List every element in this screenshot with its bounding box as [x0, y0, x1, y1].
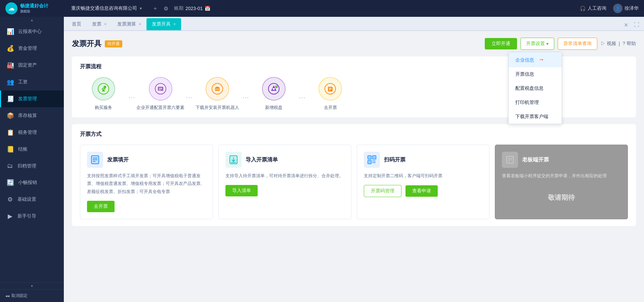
tab-fapiao[interactable]: 发票 ×	[87, 18, 112, 30]
svg-point-11	[216, 89, 217, 90]
company-area[interactable]: 重庆畅捷交通信息咨询有限公司 ▾	[66, 5, 147, 11]
flow-arrow-3: ···	[242, 86, 249, 102]
main-layout: ▲ 📊 云报表中心 💰 资金管理 🏭 固定资产 👥 工资 🧾 发票管理 📦 库存…	[0, 17, 644, 302]
dropdown-item-company-info[interactable]: 企业信息 →	[509, 52, 562, 67]
sidebar-item-guding[interactable]: 🏭 固定资产	[0, 57, 64, 74]
flow-arrow-2: ···	[186, 86, 192, 102]
settings-button[interactable]: 开票设置 ▾	[520, 38, 554, 50]
sidebar-item-jiezhang[interactable]: 📒 结账	[0, 141, 64, 158]
dropdown-item-download-client[interactable]: 下载开票客户端	[509, 110, 562, 124]
import-list-button[interactable]: 导入清单	[225, 185, 258, 196]
help-button[interactable]: ? 帮助	[622, 41, 636, 47]
method-card-import: 导入开票清单 支持导入待开票清单，可对待开票清单进行拆分、合并处理。 导入清单	[218, 145, 351, 219]
tab-home[interactable]: 首页	[67, 18, 87, 30]
download-icon	[211, 83, 223, 95]
boss-overlay-text: 敬请期待	[502, 193, 621, 202]
user-area: 👤 徐泽华	[613, 4, 639, 13]
method-card-boss: 老板端开票 查看老板端小程序提交的开票申请，并作出相应的处理 敬请期待	[495, 145, 628, 219]
svg-text:+: +	[103, 86, 105, 88]
content-area: 首页 发票 × 发票测算 × 发票开具 × ✕ ⛶	[64, 17, 644, 302]
fill-invoice-button[interactable]: 去开票	[87, 201, 115, 212]
guding-icon: 🏭	[7, 62, 14, 69]
svg-rect-41	[373, 160, 374, 161]
sidebar-item-shuiwu[interactable]: 📋 税务管理	[0, 124, 64, 141]
yunbao-icon: 📊	[7, 28, 14, 35]
sidebar-item-zijin[interactable]: 💰 资金管理	[0, 40, 64, 57]
company-name: 重庆畅捷交通信息咨询有限公司	[71, 5, 137, 11]
tab-kaiju[interactable]: 发票开具 ×	[146, 18, 181, 30]
scan-invoice-icon	[364, 152, 380, 168]
svg-rect-42	[374, 160, 375, 161]
flow-step-config: 企业开通配置开票六要素	[136, 77, 184, 111]
flow-step-download: 下载并安装开票机器人	[194, 77, 241, 111]
dropdown-item-invoice-info[interactable]: 开票信息	[509, 67, 562, 81]
avatar: 👤	[613, 4, 622, 13]
sidebar-item-label: 结账	[18, 146, 28, 152]
tab-right-buttons: ✕ ⛶	[621, 20, 641, 30]
sidebar-item-xiaochang[interactable]: 🔄 小畅报销	[0, 174, 64, 191]
sidebar-bottom: ▼ ◂◂ 取消固定	[0, 282, 64, 302]
flow-step-tax-label: 新增税盘	[265, 105, 283, 111]
sidebar-item-yunbao[interactable]: 📊 云报表中心	[0, 23, 64, 40]
tab-kaiju-close[interactable]: ×	[173, 22, 176, 27]
activate-button[interactable]: 立即开通	[485, 38, 517, 49]
xinshou-icon: ▶	[7, 213, 13, 220]
scroll-down-button[interactable]: ▼	[0, 283, 64, 289]
tab-fapiao-close[interactable]: ×	[104, 22, 106, 27]
tab-cesuan[interactable]: 发票测算 ×	[112, 18, 146, 30]
config-icon	[155, 83, 167, 95]
sidebar-item-jichushezhi[interactable]: ⚙ 基础设置	[0, 191, 64, 208]
dropdown-item-printer[interactable]: 打印机管理	[509, 96, 562, 110]
sidebar-item-label: 税务管理	[18, 129, 37, 136]
fill-invoice-icon	[87, 152, 103, 168]
dropdown-item-tax-disk[interactable]: 配置税盘信息	[509, 81, 562, 96]
sidebar-item-guidang[interactable]: 🗂 归档管理	[0, 158, 64, 174]
page-title-area: 发票开具 待开通 立即开通 开票设置 ▾ 异常清单查询 ▷ 视频 | ? 帮助	[72, 38, 636, 50]
jichushezhi-icon: ⚙	[7, 196, 13, 203]
svg-point-0	[98, 83, 109, 94]
svg-point-12	[217, 89, 218, 90]
scan-invoice-desc: 支持定制开票二维码，客户端可扫码开票	[364, 172, 483, 180]
method-section: 开票方式	[72, 124, 636, 226]
scroll-up-button[interactable]: ▲	[0, 17, 64, 23]
company-dropdown-icon[interactable]: ▾	[140, 6, 142, 11]
consulting-button[interactable]: 🎧 人工咨询	[580, 5, 606, 11]
add-company-button[interactable]: ＋	[150, 3, 161, 14]
view-application-button[interactable]: 查看申请	[405, 185, 438, 197]
flow-step-buy-label: 购买服务	[95, 105, 112, 111]
calendar-icon[interactable]: 📅	[205, 6, 210, 11]
scan-invoice-title: 扫码开票	[384, 156, 405, 163]
boss-invoice-icon	[502, 152, 518, 168]
close-window-button[interactable]: ✕	[621, 20, 631, 30]
settings-icon[interactable]: ⚙	[161, 3, 171, 14]
go-invoice-icon	[324, 83, 336, 95]
status-badge: 待开通	[105, 40, 122, 47]
method-cards: 发票填开 支持按照发票样式手工填开发票；可开具增值税电子普通发票、增值税普通发票…	[80, 145, 628, 219]
zijin-icon: 💰	[7, 45, 14, 52]
sidebar-item-gongzi[interactable]: 👥 工资	[0, 74, 64, 90]
flow-arrow-1: ···	[128, 86, 135, 102]
svg-rect-44	[374, 162, 375, 163]
period-area: 账期 2023-01 📅	[174, 5, 210, 11]
sidebar-item-xinshou[interactable]: ▶ 新手引导	[0, 208, 64, 225]
xiaochang-icon: 🔄	[7, 179, 14, 186]
cancel-fixed-label: 取消固定	[11, 293, 28, 299]
sidebar-item-label: 小畅报销	[18, 180, 37, 186]
cancel-fixed-button[interactable]: ◂◂ 取消固定	[0, 289, 64, 302]
video-button[interactable]: ▷ 视频	[601, 41, 616, 47]
abnormal-list-button[interactable]: 异常清单查询	[558, 38, 597, 50]
import-invoice-icon	[225, 152, 242, 168]
sidebar-item-label: 固定资产	[18, 62, 37, 68]
import-invoice-title: 导入开票清单	[246, 156, 278, 163]
sidebar-item-kucun[interactable]: 📦 库存核算	[0, 107, 64, 124]
logo-icon: ☁	[5, 2, 17, 14]
company-info-label: 企业信息	[515, 57, 534, 63]
fullscreen-button[interactable]: ⛶	[632, 20, 641, 30]
svg-rect-14	[216, 87, 219, 88]
flow-step-tax: 税 + 新增税盘	[250, 77, 297, 111]
sidebar-item-fapiao[interactable]: 🧾 发票管理	[0, 90, 64, 107]
tab-home-label: 首页	[72, 21, 81, 27]
qr-manage-button[interactable]: 开票码管理	[364, 185, 401, 197]
sidebar: ▲ 📊 云报表中心 💰 资金管理 🏭 固定资产 👥 工资 🧾 发票管理 📦 库存…	[0, 17, 64, 302]
tab-cesuan-close[interactable]: ×	[139, 22, 141, 27]
